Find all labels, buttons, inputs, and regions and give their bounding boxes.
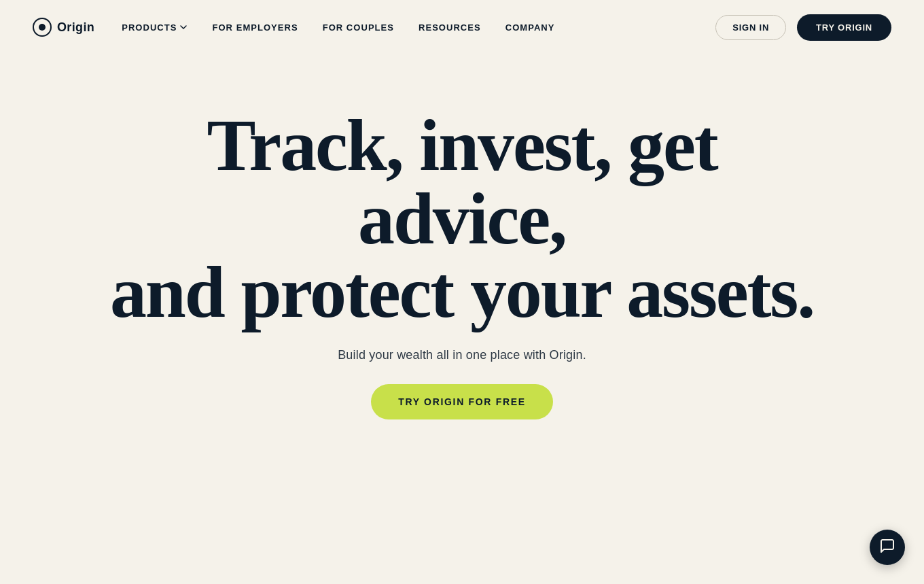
sign-in-button[interactable]: SIGN IN (715, 15, 786, 40)
hero-section: Track, invest, get advice, and protect y… (0, 54, 924, 460)
svg-point-1 (39, 24, 46, 31)
nav-link-products[interactable]: PRODUCTS (122, 22, 188, 33)
nav-right: SIGN IN TRY ORIGIN (715, 14, 891, 41)
chat-icon (879, 538, 895, 557)
hero-headline: Track, invest, get advice, and protect y… (102, 109, 822, 329)
navbar: Origin PRODUCTS FOR EMPLOYERS FOR COUPLE… (0, 0, 924, 54)
logo[interactable]: Origin (33, 18, 94, 37)
nav-link-company[interactable]: COMPANY (505, 22, 555, 33)
logo-text: Origin (57, 20, 94, 35)
chevron-down-icon (179, 23, 188, 31)
nav-links: PRODUCTS FOR EMPLOYERS FOR COUPLES RESOU… (122, 22, 554, 33)
nav-link-resources[interactable]: RESOURCES (419, 22, 481, 33)
try-origin-nav-button[interactable]: TRY ORIGIN (797, 14, 891, 41)
chat-bubble-button[interactable] (870, 530, 905, 565)
nav-link-for-couples[interactable]: FOR COUPLES (323, 22, 394, 33)
logo-icon (33, 18, 52, 37)
hero-cta-button[interactable]: TRY ORIGIN FOR FREE (371, 384, 553, 419)
nav-left: Origin PRODUCTS FOR EMPLOYERS FOR COUPLE… (33, 18, 554, 37)
hero-subheadline: Build your wealth all in one place with … (338, 348, 586, 362)
nav-link-for-employers[interactable]: FOR EMPLOYERS (212, 22, 298, 33)
